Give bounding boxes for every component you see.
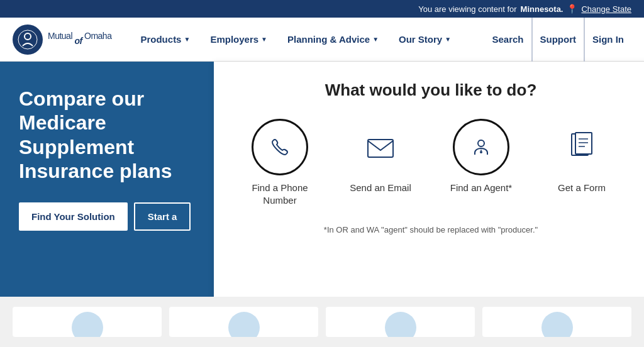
nav-employers[interactable]: Employers ▼ <box>200 18 277 62</box>
hero-buttons: Find Your Solution Start a <box>19 202 195 231</box>
option-email[interactable]: Send an Email <box>340 119 421 194</box>
logo[interactable]: Mutual of Omaha <box>13 25 111 55</box>
card-icon-1 <box>72 312 103 337</box>
agent-icon <box>453 119 509 175</box>
svg-point-4 <box>480 151 482 153</box>
chevron-down-icon: ▼ <box>261 36 267 43</box>
option-form[interactable]: Get a Form <box>541 119 623 194</box>
change-state-link[interactable]: Change State <box>581 4 631 14</box>
bottom-card-3[interactable] <box>326 307 475 337</box>
chevron-down-icon: ▼ <box>184 36 190 43</box>
svg-point-3 <box>478 140 484 146</box>
email-icon <box>352 119 409 175</box>
form-label: Get a Form <box>558 182 606 194</box>
card-icon-3 <box>385 312 416 337</box>
phone-label: Find a Phone Number <box>239 182 321 206</box>
nav-search[interactable]: Search <box>484 18 531 62</box>
nav-signin[interactable]: Sign In <box>585 18 631 62</box>
bottom-cards <box>0 297 644 347</box>
bottom-card-1[interactable] <box>13 307 162 337</box>
support-note: *In OR and WA "agent" should be replaced… <box>324 225 538 234</box>
viewing-text: You are viewing content for <box>418 4 516 14</box>
nav-planning[interactable]: Planning & Advice ▼ <box>277 18 389 62</box>
state-name: Minnesota. <box>521 4 564 14</box>
nav-products[interactable]: Products ▼ <box>130 18 200 62</box>
nav-our-story[interactable]: Our Story ▼ <box>389 18 461 62</box>
nav-links: Products ▼ Employers ▼ Planning & Advice… <box>130 18 484 62</box>
option-phone[interactable]: Find a Phone Number <box>239 119 321 206</box>
agent-label: Find an Agent* <box>450 182 512 194</box>
location-icon: 📍 <box>567 4 577 14</box>
logo-text: Mutual of Omaha <box>48 31 111 48</box>
form-icon <box>553 119 610 175</box>
support-options: Find a Phone Number Send an Email <box>239 119 623 206</box>
option-agent[interactable]: Find an Agent* <box>440 119 522 194</box>
bottom-card-4[interactable] <box>482 307 631 337</box>
email-label: Send an Email <box>350 182 411 194</box>
card-icon-4 <box>541 312 573 337</box>
find-solution-button[interactable]: Find Your Solution <box>19 202 128 231</box>
bottom-card-2[interactable] <box>169 307 318 337</box>
start-button[interactable]: Start a <box>134 202 191 231</box>
nav-support[interactable]: Support <box>531 18 586 62</box>
phone-icon <box>252 119 308 175</box>
chevron-down-icon: ▼ <box>445 36 451 43</box>
svg-rect-2 <box>368 140 393 157</box>
main-nav: Mutual of Omaha Products ▼ Employers ▼ P… <box>0 18 644 62</box>
svg-rect-6 <box>575 133 592 154</box>
top-bar: You are viewing content for Minnesota. 📍… <box>0 0 644 18</box>
nav-right: Search Support Sign In <box>484 18 631 62</box>
logo-icon <box>13 25 43 55</box>
card-icon-2 <box>228 312 260 337</box>
support-title: What would you like to do? <box>325 80 537 100</box>
chevron-down-icon: ▼ <box>372 36 379 43</box>
hero-headline: Compare our Medicare Supplement Insuranc… <box>19 87 195 184</box>
